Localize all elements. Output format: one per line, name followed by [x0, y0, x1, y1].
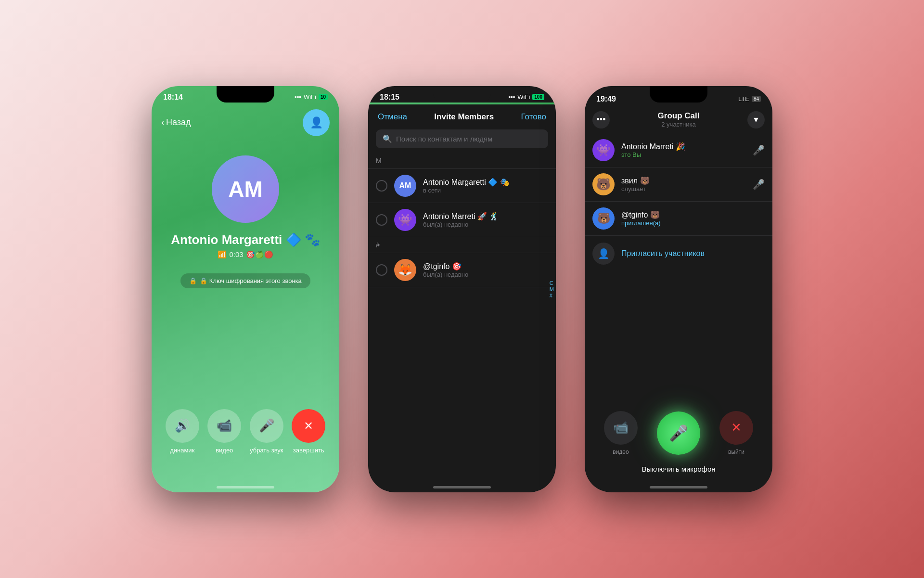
video-button-1[interactable]: 📹 видео: [207, 409, 241, 454]
participant-status-1: слушает: [621, 185, 746, 193]
video-icon-circle-1[interactable]: 📹: [207, 409, 241, 443]
status-bar-1: 18:14 ▪▪▪ WiFi 10: [152, 86, 339, 102]
end-call-label: завершить: [293, 447, 324, 454]
wifi-icon-2: WiFi: [517, 93, 530, 101]
group-call-title: Group Call 2 участника: [658, 111, 700, 128]
contact-avatar-0: AM: [394, 175, 416, 197]
chevron-down-button[interactable]: ▼: [747, 111, 765, 128]
alpha-c: С: [550, 280, 554, 285]
contact-item-2[interactable]: 🦊 @tginfo 🎯 был(а) недавно: [368, 253, 556, 287]
mic-main-circle[interactable]: 🎤: [657, 411, 700, 455]
participant-name-2: @tginfo 🐻: [621, 210, 765, 219]
call-controls-3: 📹 видео 🎤 ✕ выйти: [585, 411, 772, 473]
done-button[interactable]: Готово: [521, 112, 546, 122]
alpha-index: С М #: [550, 280, 554, 298]
battery-2: 100: [532, 94, 544, 100]
leave-icon: ✕: [731, 420, 742, 435]
add-contact-icon: 👤: [310, 116, 323, 129]
mute-icon-circle[interactable]: 🎤: [250, 409, 283, 443]
signal-icon-2: ▪▪▪: [508, 93, 515, 101]
add-contact-button[interactable]: 👤: [303, 109, 330, 136]
participant-status-0: это Вы: [621, 151, 746, 158]
mute-button[interactable]: 🎤 убрать звук: [250, 409, 283, 454]
contact-status-2: был(а) недавно: [423, 271, 548, 278]
group-call-subtitle: 2 участника: [658, 121, 700, 128]
mic-main-button[interactable]: 🎤: [657, 411, 700, 455]
video-button-3[interactable]: 📹 видео: [604, 411, 638, 455]
end-call-icon-circle[interactable]: ✕: [292, 409, 325, 443]
checkbox-1[interactable]: [376, 214, 387, 226]
end-call-icon: ✕: [304, 419, 313, 433]
status-bar-3: 19:49 LTE 84: [585, 86, 772, 103]
back-button[interactable]: ‹ Назад: [161, 117, 191, 128]
lte-icon: LTE: [738, 95, 749, 103]
mute-icon: 🎤: [259, 418, 274, 433]
more-button[interactable]: •••: [592, 111, 610, 128]
time-3: 19:49: [596, 95, 616, 103]
end-call-button[interactable]: ✕ завершить: [292, 409, 325, 454]
phone-3: 19:49 LTE 84 ••• Group Call 2 участника …: [585, 86, 772, 492]
status-bar-2: 18:15 ▪▪▪ WiFi 100: [368, 86, 556, 102]
phone-1: 18:14 ▪▪▪ WiFi 10 ‹ Назад 👤 AM: [152, 86, 339, 492]
participant-avatar-2: 🐻: [592, 207, 615, 230]
chevron-down-icon: ▼: [752, 116, 760, 124]
participant-name-1: звил 🐻: [621, 176, 746, 185]
name-text: Antonio Margaretti 🔷 🐾: [171, 232, 320, 247]
contact-info-2: @tginfo 🎯 был(а) недавно: [423, 262, 548, 278]
mic-main-icon: 🎤: [669, 424, 688, 442]
nav-1: ‹ Назад 👤: [152, 102, 339, 136]
contact-name-1: Antonio Marreti 🚀 🕺: [423, 212, 548, 221]
leave-circle[interactable]: ✕: [719, 411, 753, 445]
search-bar[interactable]: 🔍 Поиск по контактам и людям: [376, 129, 548, 148]
participant-info-0: Antonio Marreti 🎉 это Вы: [621, 142, 746, 158]
status-icons-1: ▪▪▪ WiFi 10: [295, 93, 328, 101]
cancel-button[interactable]: Отмена: [378, 112, 407, 122]
wifi-icon-1: WiFi: [304, 93, 316, 101]
checkbox-2[interactable]: [376, 264, 387, 276]
contact-name-2: @tginfo 🎯: [423, 262, 548, 271]
contact-avatar-1: AM: [212, 155, 279, 223]
mute-instruction: Выключить микрофон: [642, 465, 715, 473]
leave-label: выйти: [728, 449, 744, 455]
mic-icon-0: 🎤: [753, 144, 765, 156]
signal-small: 📶: [218, 250, 227, 259]
participant-0: 👾 Antonio Marreti 🎉 это Вы 🎤: [585, 133, 772, 167]
time-1: 18:14: [163, 93, 183, 102]
controls-row: 📹 видео 🎤 ✕ выйти: [604, 411, 753, 455]
chevron-left-icon: ‹: [161, 117, 164, 128]
section-m: М: [368, 153, 556, 169]
invite-label: Пригласить участников: [621, 249, 705, 258]
call-controls-1: 🔊 динамик 📹 видео 🎤 убрать звук: [152, 409, 339, 454]
contact-info-0: Antonio Margaretti 🔷 🎭 в сети: [423, 178, 548, 194]
home-indicator-2: [433, 486, 491, 488]
participant-info-1: звил 🐻 слушает: [621, 176, 746, 193]
phone-2-body: 18:15 ▪▪▪ WiFi 100 Отмена Invite Members…: [368, 86, 556, 492]
invite-title: Invite Members: [434, 112, 494, 122]
avatar-area: AM Antonio Margaretti 🔷 🐾 📶 0:03 🎯🍏🔴 🔒 🔒…: [171, 155, 320, 288]
encryption-key-button[interactable]: 🔒 🔒 Ключ шифрования этого звонка: [180, 273, 310, 288]
video-icon-3: 📹: [613, 420, 629, 435]
leave-button[interactable]: ✕ выйти: [719, 411, 753, 455]
participant-2: 🐻 @tginfo 🐻 приглашен(а): [585, 202, 772, 236]
section-hash: #: [368, 237, 556, 253]
contact-info-1: Antonio Marreti 🚀 🕺 был(а) недавно: [423, 212, 548, 228]
checkbox-0[interactable]: [376, 180, 387, 192]
speaker-label: динамик: [170, 447, 194, 454]
participant-info-2: @tginfo 🐻 приглашен(а): [621, 210, 765, 227]
encryption-text: 🔒 Ключ шифрования этого звонка: [200, 277, 302, 284]
video-circle[interactable]: 📹: [604, 411, 638, 445]
group-call-name: Group Call: [658, 111, 700, 121]
time-2: 18:15: [380, 93, 399, 102]
participant-avatar-0: 👾: [592, 139, 615, 161]
emojis: 🎯🍏🔴: [246, 250, 273, 259]
video-icon-1: 📹: [217, 418, 232, 433]
search-placeholder: Поиск по контактам и людям: [396, 135, 492, 143]
speaker-button[interactable]: 🔊 динамик: [166, 409, 199, 454]
speaker-icon-circle[interactable]: 🔊: [166, 409, 199, 443]
contact-item-1[interactable]: 👾 Antonio Marreti 🚀 🕺 был(а) недавно: [368, 203, 556, 237]
participant-1: 🐻 звил 🐻 слушает 🎤: [585, 167, 772, 202]
invite-participants-row[interactable]: 👤 Пригласить участников: [585, 236, 772, 271]
lock-icon: 🔒: [189, 277, 197, 284]
mute-label: убрать звук: [250, 447, 283, 454]
contact-item-0[interactable]: AM Antonio Margaretti 🔷 🎭 в сети: [368, 169, 556, 203]
